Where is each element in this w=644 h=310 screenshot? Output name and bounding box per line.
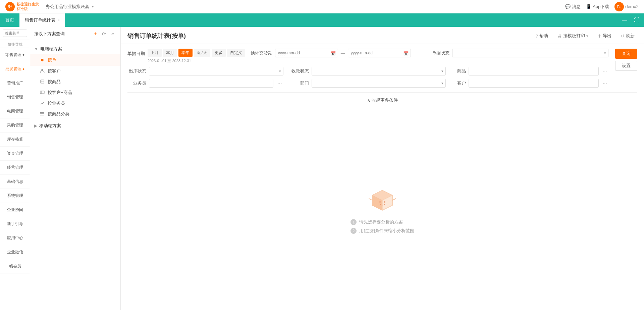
goods-label: 商品 [452, 68, 466, 74]
scheme-refresh-btn[interactable]: ⟳ [100, 30, 108, 38]
expected-date-to-input[interactable] [348, 49, 411, 57]
sidebar-item-finance[interactable]: 资金管理 [0, 147, 30, 161]
ship-status-select[interactable] [149, 67, 283, 75]
page-actions: ? 帮助 🖨 按模板打印 ▾ ⬆ 导出 ↺ 刷新 [533, 32, 637, 40]
salesperson-dots-icon[interactable]: ··· [276, 80, 283, 86]
sidebar-item-newbie[interactable]: 新手引导 [0, 217, 30, 231]
sidebar-item-retail[interactable]: 零售管理 ▾ [0, 48, 30, 62]
scheme-category-icon [40, 111, 45, 117]
customer-label: 客户 [452, 80, 466, 86]
logo-text: 畅捷通好生意 标准版 [17, 2, 39, 11]
export-icon: ⬆ [598, 34, 601, 39]
sidebar-item-enterprise[interactable]: 企业协同 [0, 203, 30, 217]
status-filter-group: 单据状态 [432, 49, 608, 57]
tab-close-icon[interactable]: × [57, 18, 60, 22]
sidebar-item-operation[interactable]: 经营管理 [0, 161, 30, 175]
salesperson-input[interactable] [149, 79, 273, 88]
sidebar-item-sales[interactable]: 销售管理 [0, 90, 30, 104]
sidebar-item-system[interactable]: 系统管理 [0, 189, 30, 203]
message-btn[interactable]: 💬 消息 [565, 4, 581, 10]
help-icon: ? [536, 34, 538, 39]
tab-home[interactable]: 首页 [0, 13, 19, 27]
sidebar-search[interactable] [0, 27, 30, 40]
sidebar-item-appstore[interactable]: 应用中心 [0, 231, 30, 245]
left-panel-title: 按以下方案查询 [34, 31, 90, 37]
logo-area: 好 畅捷通好生意 标准版 [5, 2, 39, 11]
empty-illustration [367, 184, 397, 214]
filter-row-2: 出库状态 收款状态 [127, 67, 608, 75]
sidebar-item-wholesale[interactable]: 批发管理 ▴ [0, 62, 30, 76]
scheme-item-salesperson[interactable]: 按业务员 [30, 98, 120, 109]
scheme-press-icon: ● [40, 56, 45, 63]
tab-bar-actions: — ⛶ [620, 15, 644, 25]
left-panel-header: 按以下方案查询 + ⟳ « [30, 27, 120, 41]
date-more-btn[interactable]: 更多 [212, 49, 226, 57]
print-btn[interactable]: 🖨 按模板打印 ▾ [555, 32, 591, 40]
settings-btn[interactable]: 设置 [615, 61, 637, 71]
svg-point-10 [384, 201, 385, 203]
scheme-item-cust-product[interactable]: 按客户+商品 [30, 87, 120, 98]
date-quick-btns: 上月 本月 本年 近7天 更多 自定义 [148, 49, 245, 57]
scheme-tree: ▼ 电脑端方案 ● 按单 按客户 [30, 41, 120, 310]
scheme-add-btn[interactable]: + [92, 30, 99, 38]
expected-date-label: 预计交货期 [251, 50, 272, 56]
ship-status-select-wrapper [149, 67, 283, 75]
app-download-btn[interactable]: 📱 App下载 [586, 4, 609, 10]
top-bar-left: 好 畅捷通好生意 标准版 办公用品行业模拟账套 ▾ [5, 2, 94, 11]
scheme-item-product[interactable]: 按商品 [30, 76, 120, 87]
help-btn[interactable]: ? 帮助 [533, 32, 551, 40]
query-btn[interactable]: 查询 [615, 49, 637, 59]
sidebar-item-inventory[interactable]: 库存核算 [0, 133, 30, 147]
logo-icon: 好 [5, 2, 15, 11]
date-this-month-btn[interactable]: 本月 [163, 49, 177, 57]
refresh-btn[interactable]: ↺ 刷新 [618, 32, 637, 40]
date-custom-btn[interactable]: 自定义 [227, 49, 245, 57]
avatar: Ea [614, 2, 624, 11]
export-btn[interactable]: ⬆ 导出 [595, 32, 614, 40]
sidebar-item-marketing[interactable]: 营销推广 [0, 76, 30, 90]
scheme-salesperson-icon [40, 101, 45, 106]
date-7days-btn[interactable]: 近7天 [194, 49, 210, 57]
collapse-arrow-icon: ∧ [367, 98, 370, 103]
sidebar-item-vip[interactable]: 畅会员 [0, 259, 30, 273]
payment-status-group: 收款状态 [290, 67, 446, 75]
customer-dots-icon[interactable]: ··· [601, 80, 608, 86]
tab-sales-order-stats[interactable]: 销售订单统计表 × [19, 13, 65, 27]
payment-status-select[interactable] [312, 67, 446, 75]
goods-dots-icon[interactable]: ··· [601, 68, 608, 74]
message-icon: 💬 [565, 4, 571, 9]
scheme-category-pc[interactable]: ▼ 电脑端方案 [30, 44, 120, 54]
department-select[interactable] [312, 79, 446, 88]
workspace-arrow-icon[interactable]: ▾ [92, 4, 94, 9]
left-panel: 按以下方案查询 + ⟳ « ▼ 电脑端方案 ● 按单 [30, 27, 121, 310]
tab-expand-btn[interactable]: ⛶ [632, 15, 641, 25]
date-range: 2023-01-01 至 2023-12-31 [148, 58, 245, 63]
app-icon: 📱 [586, 4, 591, 9]
scheme-item-customer[interactable]: 按客户 [30, 66, 120, 76]
svg-rect-4 [40, 113, 44, 114]
scheme-cust-product-icon [40, 90, 45, 96]
scheme-item-press[interactable]: ● 按单 [30, 54, 120, 66]
scheme-collapse-btn[interactable]: « [109, 30, 116, 38]
expected-date-to-wrapper: 📅 [348, 49, 411, 57]
sidebar-search-input[interactable] [3, 30, 27, 37]
date-prev-month-btn[interactable]: 上月 [148, 49, 162, 57]
sidebar-item-basic[interactable]: 基础信息 [0, 175, 30, 189]
date-filter-group: 单据日期 上月 本月 本年 近7天 更多 自定义 [127, 49, 245, 63]
collapse-btn[interactable]: ∧ 收起更多条件 [367, 95, 398, 107]
sidebar-item-purchase[interactable]: 采购管理 [0, 118, 30, 133]
scheme-item-category[interactable]: 按商品分类 [30, 109, 120, 119]
tab-minimize-btn[interactable]: — [620, 15, 629, 25]
customer-input[interactable] [469, 79, 598, 88]
date-this-year-btn[interactable]: 本年 [178, 49, 193, 57]
filter-section-inner: 单据日期 上月 本月 本年 近7天 更多 自定义 [127, 49, 637, 91]
expected-date-from-input[interactable] [275, 49, 338, 57]
svg-point-9 [379, 201, 381, 203]
scheme-customer-icon [40, 68, 45, 74]
scheme-category-mobile[interactable]: ▶ 移动端方案 [30, 121, 120, 131]
sidebar-item-ecommerce[interactable]: 电商管理 [0, 104, 30, 118]
status-select[interactable] [452, 49, 608, 57]
user-profile[interactable]: Ea demo2 [614, 2, 639, 11]
goods-input[interactable] [469, 67, 598, 75]
sidebar-item-wechat[interactable]: 企业微信 [0, 245, 30, 259]
